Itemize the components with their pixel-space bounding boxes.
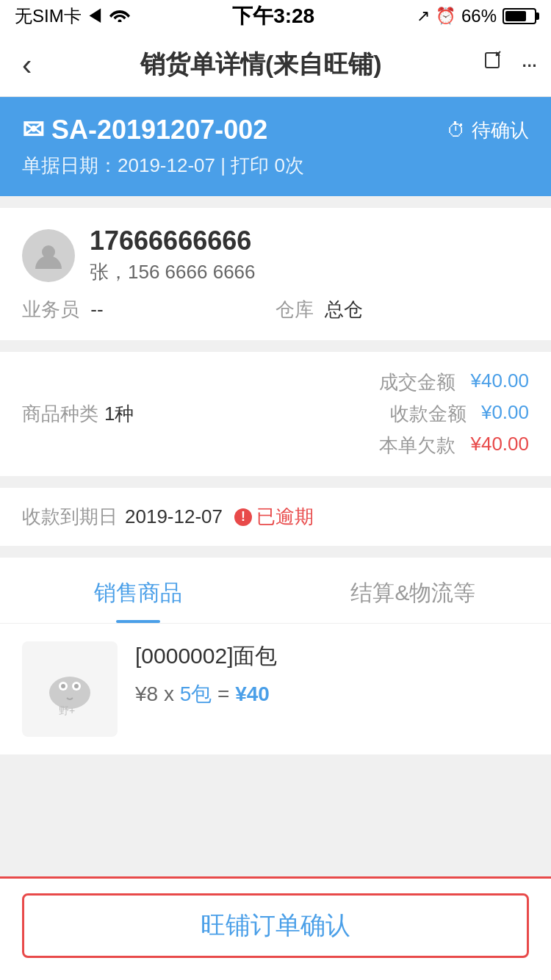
salesman-label: 业务员 xyxy=(22,298,79,320)
status-clock-icon: ⏱ xyxy=(447,119,466,142)
due-date-value: 2019-12-07 xyxy=(125,505,223,528)
tabs-bar: 销售商品 结算&物流等 xyxy=(0,558,551,624)
back-button[interactable]: ‹ xyxy=(15,43,39,87)
svg-point-0 xyxy=(118,20,122,23)
product-name: [0000002]面包 xyxy=(135,641,529,671)
transaction-label: 成交金额 xyxy=(379,370,455,395)
received-value: ¥0.00 xyxy=(481,401,529,427)
transaction-row: 成交金额 ¥40.00 xyxy=(379,370,529,395)
salesman-item: 业务员 -- xyxy=(22,297,276,323)
order-id: ✉ SA-20191207-002 xyxy=(22,115,267,145)
customer-section: 17666666666 张，156 6666 6666 业务员 -- 仓库 总仓 xyxy=(0,208,551,340)
product-type-count: 1种 xyxy=(104,401,134,427)
customer-meta: 业务员 -- 仓库 总仓 xyxy=(22,297,529,323)
product-type-label: 商品种类 xyxy=(22,401,98,427)
nav-actions: ··· xyxy=(483,50,536,79)
tabs-section: 销售商品 结算&物流等 野+ [0000002]面包 xyxy=(0,558,551,754)
received-label: 收款金额 xyxy=(390,401,467,427)
svg-point-9 xyxy=(74,684,79,688)
customer-info: 17666666666 张，156 6666 6666 xyxy=(90,226,529,285)
product-price: ¥8 x 5包 = ¥40 xyxy=(135,680,529,708)
status-left: 无SIM卡 ◀ xyxy=(15,4,130,28)
product-item: 野+ [0000002]面包 ¥8 x 5包 = ¥40 xyxy=(22,641,529,737)
status-time: 下午3:28 xyxy=(232,2,314,30)
due-amount-label: 本单欠款 xyxy=(379,433,455,458)
salesman-value: -- xyxy=(90,298,103,320)
status-right: ↗ ⏰ 66% xyxy=(417,6,536,26)
customer-name: 张，156 6666 6666 xyxy=(90,259,529,285)
customer-phone: 17666666666 xyxy=(90,226,529,256)
due-date-section: 收款到期日 2019-12-07 ! 已逾期 xyxy=(0,488,551,546)
bottom-bar: 旺铺订单确认 xyxy=(0,876,551,980)
nav-bar: ‹ 销货单详情(来自旺铺) ··· xyxy=(0,32,551,97)
price-total: ¥40 xyxy=(235,682,270,705)
warehouse-value: 总仓 xyxy=(325,298,363,320)
battery-percent: 66% xyxy=(461,6,497,26)
product-type: 商品种类 1种 xyxy=(22,370,379,458)
location-icon: ↗ xyxy=(417,7,430,26)
svg-point-8 xyxy=(61,684,65,688)
received-row: 收款金额 ¥0.00 xyxy=(390,401,529,427)
wifi-icon xyxy=(109,6,130,26)
more-button[interactable]: ··· xyxy=(521,51,536,78)
svg-text:野+: 野+ xyxy=(59,705,75,716)
battery-icon xyxy=(503,8,536,24)
price-per-unit: ¥8 xyxy=(135,682,158,705)
amounts-section: 商品种类 1种 成交金额 ¥40.00 收款金额 ¥0.00 本单欠款 ¥40.… xyxy=(0,352,551,476)
overdue-badge: ! 已逾期 xyxy=(234,504,314,530)
product-thumbnail: 野+ xyxy=(22,641,118,737)
order-date: 单据日期：2019-12-07 | 打印 0次 xyxy=(22,153,529,179)
page-title: 销货单详情(来自旺铺) xyxy=(39,48,483,82)
tab-sales-products[interactable]: 销售商品 xyxy=(0,558,276,623)
share-button[interactable] xyxy=(483,50,506,79)
due-date-label: 收款到期日 xyxy=(22,504,118,530)
price-multiplier: x xyxy=(164,682,174,705)
alarm-icon: ⏰ xyxy=(436,7,455,26)
status-bar: 无SIM卡 ◀ 下午3:28 ↗ ⏰ 66% xyxy=(0,0,551,32)
amount-right: 成交金额 ¥40.00 收款金额 ¥0.00 本单欠款 ¥40.00 xyxy=(379,370,529,458)
order-icon: ✉ xyxy=(22,115,44,145)
price-quantity: 5包 xyxy=(180,682,212,705)
warehouse-label: 仓库 xyxy=(276,298,314,320)
order-status: ⏱ 待确认 xyxy=(447,118,529,143)
product-info: [0000002]面包 ¥8 x 5包 = ¥40 xyxy=(135,641,529,708)
transaction-value: ¥40.00 xyxy=(470,370,529,395)
sim-text: 无SIM卡 ◀ xyxy=(15,4,104,28)
order-header: ✉ SA-20191207-002 ⏱ 待确认 单据日期：2019-12-07 … xyxy=(0,97,551,196)
overdue-text: 已逾期 xyxy=(256,504,314,530)
price-equals: = xyxy=(217,682,229,705)
avatar xyxy=(22,229,75,282)
product-list: 野+ [0000002]面包 ¥8 x 5包 = ¥40 xyxy=(0,624,551,754)
warehouse-item: 仓库 总仓 xyxy=(276,297,529,323)
due-amount-row: 本单欠款 ¥40.00 xyxy=(379,433,529,458)
confirm-order-button[interactable]: 旺铺订单确认 xyxy=(22,893,529,958)
due-amount-value: ¥40.00 xyxy=(470,433,529,458)
overdue-icon: ! xyxy=(234,508,252,526)
tab-settlement[interactable]: 结算&物流等 xyxy=(276,558,551,623)
